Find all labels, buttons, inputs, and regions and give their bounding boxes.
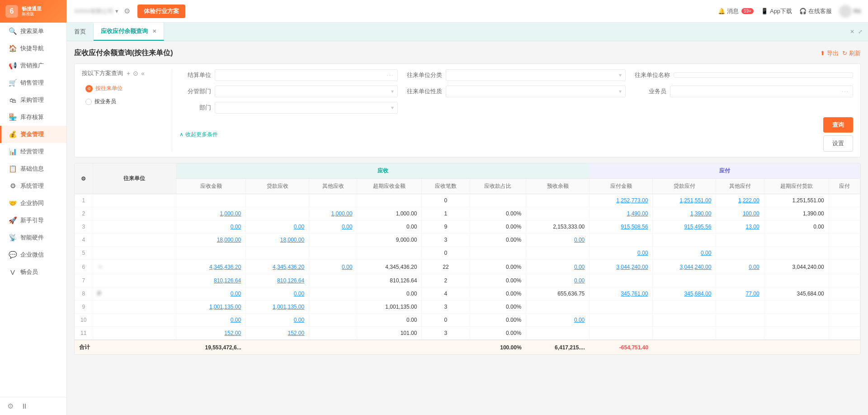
scheme-by-staff[interactable]: 按业务员 (82, 96, 166, 107)
settlement-unit-label: 结算单位 (179, 71, 211, 79)
sidebar-settings-icon[interactable]: ⚙ (7, 402, 14, 410)
user-name: Rit (854, 8, 861, 14)
sidebar-item-quick-nav[interactable]: 🏠 快捷导航 (0, 40, 66, 57)
row-advance-balance: 0.00 (526, 234, 590, 247)
th-settings[interactable]: ⚙ (75, 163, 93, 194)
tab-expand-icon[interactable]: ⤢ (858, 29, 863, 35)
row-ap-extra (829, 327, 860, 340)
row-loan-ap (653, 274, 716, 287)
online-service-btn[interactable]: 🎧 在线客服 (799, 7, 832, 15)
row-unit (93, 234, 176, 247)
sidebar-item-corp-collab[interactable]: 🤝 企业协同 (0, 195, 66, 212)
sidebar-item-label: 营销推广 (20, 62, 44, 70)
sidebar-item-guide[interactable]: 🚀 新手引导 (0, 212, 66, 229)
row-ap-amount: 1,490.00 (590, 207, 653, 220)
table-row: 11 152.00 152.00 101.00 3 0.00% (75, 327, 860, 340)
app-download-btn[interactable]: 📱 App下载 (761, 7, 792, 15)
row-overdue-ap: 1,251,551.00 (764, 194, 829, 207)
row-ap-extra (829, 260, 860, 274)
breadcrumb-arrow[interactable]: ▾ (115, 8, 118, 14)
collapse-label: 收起更多条件 (185, 131, 218, 138)
sidebar-item-search-menu[interactable]: 🔍 搜索菜单 (0, 23, 66, 40)
notification-icon: 🔔 (718, 8, 725, 14)
user-area[interactable]: Rit (839, 5, 861, 18)
dept-manage-input[interactable]: ▾ (215, 86, 398, 97)
tab-close-all-icon[interactable]: ✕ (850, 29, 854, 35)
tab-ar-ap-query[interactable]: 应收应付余额查询 ✕ (94, 23, 164, 41)
unit-category-input[interactable]: ▾ (446, 69, 625, 81)
sidebar-item-smart-hw[interactable]: 📡 智能硬件 (0, 229, 66, 246)
page-inner: 应收应付余额查询(按往来单位) ⬆ 导出 ↻ 刷新 (67, 41, 868, 362)
row-unit (93, 274, 176, 287)
th-loan-ap: 贷款应付 (653, 179, 716, 194)
sidebar-item-inventory[interactable]: 🏪 库存核算 (0, 109, 66, 126)
collapse-filter-btn[interactable]: ∧ 收起更多条件 (179, 128, 218, 141)
basic-info-icon: 📋 (9, 165, 17, 173)
table-scrollable[interactable]: ⚙ 往来单位 应收 应付 应收金额 贷款应收 其他应收 超期应收金额 (75, 163, 860, 354)
sidebar-collapse-icon[interactable]: ⏸ (21, 402, 28, 410)
salesperson-dots-icon: ··· (842, 88, 849, 95)
notifications-btn[interactable]: 🔔 消息 99+ (718, 7, 754, 15)
filter-field-unit-nature: 往来单位性质 ▾ (407, 86, 625, 97)
row-other-ap: 100.00 (716, 207, 764, 220)
row-other-ar (309, 327, 357, 340)
table-footer: 合计 19,553,472,6... 100.00% 6,417,215....… (75, 340, 860, 354)
sidebar-item-system[interactable]: ⚙ 系统管理 (0, 177, 66, 195)
row-unit (93, 194, 176, 207)
solution-button[interactable]: 体验行业方案 (137, 5, 185, 18)
filter-add-icon[interactable]: + (127, 70, 130, 77)
row-ar-ratio: 0.00% (470, 260, 526, 274)
sidebar-item-purchase[interactable]: 🛍 采购管理 (0, 91, 66, 109)
unit-name-input[interactable] (674, 72, 853, 78)
row-loan-ap: 1,390.00 (653, 207, 716, 220)
sidebar-item-sales[interactable]: 🛒 销售管理 (0, 74, 66, 91)
filter-settings-icon[interactable]: ⊙ (133, 70, 138, 77)
table-container: ⚙ 往来单位 应收 应付 应收金额 贷款应收 其他应收 超期应收金额 (74, 163, 861, 355)
sidebar-item-corp-wechat[interactable]: 💬 企业微信 (0, 246, 66, 263)
topbar-settings-icon[interactable]: ⚙ (124, 7, 130, 15)
sidebar-item-operation[interactable]: 📊 经营管理 (0, 143, 66, 160)
finance-icon: 💰 (9, 130, 17, 138)
tab-close-icon[interactable]: ✕ (152, 29, 156, 34)
tab-home[interactable]: 首页 (67, 23, 94, 40)
row-other-ap (716, 327, 764, 340)
row-ap-amount: 915,508.56 (590, 220, 653, 234)
row-advance-balance: 655,636.75 (526, 287, 590, 301)
sidebar-item-marketing[interactable]: 📢 营销推广 (0, 57, 66, 74)
row-other-ap (716, 274, 764, 287)
settings-button[interactable]: 设置 (823, 135, 853, 152)
export-button[interactable]: ⬆ 导出 (820, 49, 839, 57)
scheme-unit-label: 按往来单位 (95, 85, 123, 92)
sidebar-item-label: 库存核算 (20, 113, 44, 121)
home-icon: 🏠 (9, 44, 17, 52)
row-other-ar (309, 194, 357, 207)
salesperson-input[interactable]: ··· (670, 86, 853, 97)
export-icon: ⬆ (820, 50, 825, 57)
filter-collapse-icon[interactable]: « (141, 70, 145, 77)
row-advance-balance (526, 247, 590, 260)
row-unit (93, 327, 176, 340)
sidebar: 6 畅捷通里 标准版 🔍 搜索菜单 🏠 快捷导航 📢 营销推广 🛒 销售管理 🛍… (0, 0, 67, 415)
table-settings-icon[interactable]: ⚙ (81, 176, 86, 182)
app-download-label: App下载 (770, 7, 792, 15)
row-unit: ～ (93, 260, 176, 274)
settlement-unit-input[interactable]: ··· (215, 69, 398, 81)
dept-input[interactable]: ▾ (215, 102, 398, 114)
scheme-by-unit[interactable]: ⚙ 按往来单位 (82, 83, 166, 94)
row-ar-amount: 18,000.00 (176, 234, 246, 247)
row-num: 6 (75, 260, 93, 274)
page-title: 应收应付余额查询(按往来单位) (74, 48, 173, 58)
sidebar-item-basic-info[interactable]: 📋 基础信息 (0, 160, 66, 177)
row-unit (93, 314, 176, 327)
th-unit: 往来单位 (93, 163, 176, 194)
refresh-button[interactable]: ↻ 刷新 (842, 49, 861, 57)
logo-icon: 6 (5, 5, 18, 18)
footer-label: 合计 (75, 340, 176, 354)
query-button[interactable]: 查询 (823, 117, 853, 133)
unit-nature-input[interactable]: ▾ (446, 86, 625, 97)
table-body: 1 0 1,252,773.00 1,251,551.00 (75, 194, 860, 340)
row-ar-ratio: 0.00% (470, 234, 526, 247)
row-overdue-ap: 3,044,240.00 (764, 260, 829, 274)
sidebar-item-finance[interactable]: 💰 资金管理 (0, 126, 66, 143)
sidebar-item-member[interactable]: V 畅会员 (0, 263, 66, 281)
